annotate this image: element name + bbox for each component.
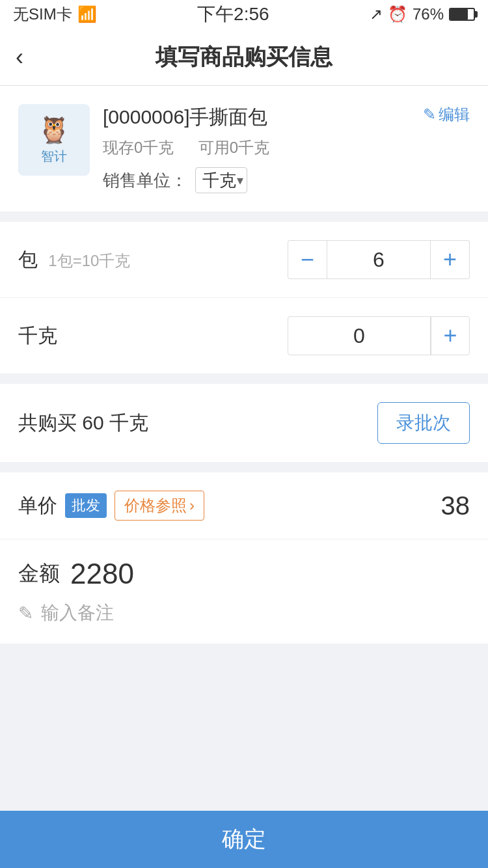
price-label: 单价 xyxy=(18,493,57,519)
total-section: 共购买 60 千克 录批次 xyxy=(0,384,488,462)
content: 🦉 智计 [0000006]手撕面包 ✎ 编辑 现存0千克 可用0千克 销售单 xyxy=(0,86,488,774)
total-unit-text: 千克 xyxy=(109,412,148,433)
note-icon: ✎ xyxy=(18,603,33,624)
bag-quantity-input[interactable] xyxy=(327,240,431,279)
price-tag: 批发 xyxy=(65,493,107,518)
unit-select[interactable]: 千克 xyxy=(195,167,247,193)
total-amount: 60 xyxy=(82,412,103,433)
bag-quantity-controls: − + xyxy=(288,240,470,279)
stock-text: 现存0千克 xyxy=(103,139,174,156)
carrier-text: 无SIM卡 xyxy=(13,4,72,25)
product-code: [0000006] xyxy=(103,106,189,128)
kg-plus-button[interactable]: + xyxy=(431,316,470,355)
note-row[interactable]: ✎ 输入备注 xyxy=(18,601,470,625)
note-placeholder: 输入备注 xyxy=(41,601,114,625)
amount-row: 金额 2280 xyxy=(18,558,470,590)
product-image: 🦉 智计 xyxy=(18,104,90,176)
location-icon: ↗ xyxy=(370,5,383,23)
kg-quantity-input[interactable] xyxy=(288,316,431,355)
status-bar: 无SIM卡 📶 下午2:56 ↗ ⏰ 76% xyxy=(0,0,488,29)
edit-label: 编辑 xyxy=(439,104,470,125)
amount-section: 金额 2280 ✎ 输入备注 xyxy=(0,539,488,644)
quantity-row-bag: 包 1包=10千克 − + xyxy=(0,222,488,298)
product-image-caption: 智计 xyxy=(38,148,70,165)
bag-label: 包 1包=10千克 xyxy=(18,247,288,273)
bag-plus-button[interactable]: + xyxy=(431,240,470,279)
product-info: [0000006]手撕面包 ✎ 编辑 现存0千克 可用0千克 销售单位： 千克 xyxy=(103,104,470,193)
price-ref-label: 价格参照 xyxy=(124,495,187,516)
page-title: 填写商品购买信息 xyxy=(156,42,332,72)
confirm-label: 确定 xyxy=(222,824,266,854)
product-title: 手撕面包 xyxy=(189,106,267,128)
bottom-spacer xyxy=(0,644,488,774)
available-text: 可用0千克 xyxy=(198,139,269,156)
product-owl-icon: 🦉 xyxy=(38,115,70,145)
bag-minus-button[interactable]: − xyxy=(288,240,327,279)
time-display: 下午2:56 xyxy=(197,2,269,27)
edit-button[interactable]: ✎ 编辑 xyxy=(423,104,470,125)
unit-select-wrapper[interactable]: 千克 xyxy=(195,167,247,193)
batch-button[interactable]: 录批次 xyxy=(377,402,470,444)
quantity-row-kg: 千克 + xyxy=(0,298,488,373)
product-name-row: [0000006]手撕面包 ✎ 编辑 xyxy=(103,104,470,131)
total-text: 共购买 60 千克 xyxy=(18,410,148,437)
back-button[interactable]: ‹ xyxy=(16,44,23,71)
product-name: [0000006]手撕面包 xyxy=(103,104,423,131)
wifi-icon: 📶 xyxy=(77,5,97,23)
total-prefix: 共购买 xyxy=(18,412,77,433)
nav-bar: ‹ 填写商品购买信息 xyxy=(0,29,488,86)
kg-quantity-controls: + xyxy=(288,316,470,355)
price-ref-arrow: › xyxy=(189,496,195,515)
stock-info: 现存0千克 可用0千克 xyxy=(103,137,470,158)
battery-text: 76% xyxy=(413,5,444,23)
amount-label: 金额 xyxy=(18,560,60,588)
status-right: ↗ ⏰ 76% xyxy=(370,5,475,23)
price-ref-button[interactable]: 价格参照 › xyxy=(115,491,204,521)
alarm-icon: ⏰ xyxy=(388,5,407,23)
unit-label: 销售单位： xyxy=(103,169,187,192)
battery-icon xyxy=(449,8,475,21)
price-left: 单价 批发 价格参照 › xyxy=(18,491,204,521)
kg-label: 千克 xyxy=(18,323,288,349)
quantity-section: 包 1包=10千克 − + 千克 + xyxy=(0,222,488,373)
unit-row: 销售单位： 千克 xyxy=(103,167,470,193)
bag-hint: 1包=10千克 xyxy=(48,252,130,269)
edit-icon: ✎ xyxy=(423,105,436,124)
status-left: 无SIM卡 📶 xyxy=(13,4,97,25)
product-card: 🦉 智计 [0000006]手撕面包 ✎ 编辑 现存0千克 可用0千克 销售单 xyxy=(0,86,488,211)
price-section: 单价 批发 价格参照 › 38 xyxy=(0,472,488,539)
price-value: 38 xyxy=(441,491,470,521)
confirm-bar[interactable]: 确定 xyxy=(0,811,488,868)
amount-value: 2280 xyxy=(70,558,134,590)
